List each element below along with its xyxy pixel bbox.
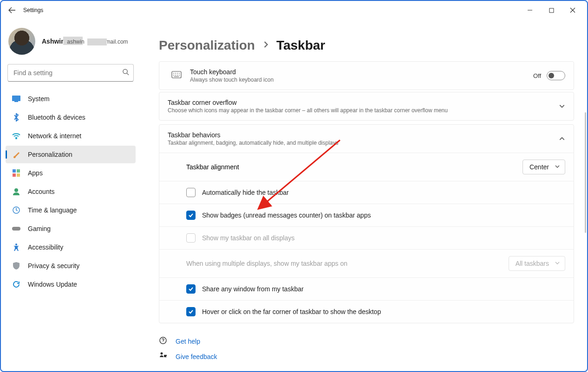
hover-corner-row[interactable]: Hover or click on the far corner of task… bbox=[159, 300, 574, 323]
nav-item-bluetooth[interactable]: Bluetooth & devices bbox=[6, 109, 136, 126]
checkbox-label: Show my taskbar on all displays bbox=[202, 234, 294, 242]
behaviors-header[interactable]: Taskbar behaviors Taskbar alignment, bad… bbox=[159, 125, 574, 153]
checkbox-label: Show badges (unread messages counter) on… bbox=[202, 212, 371, 219]
feedback-icon bbox=[159, 352, 168, 361]
badges-row[interactable]: Show badges (unread messages counter) on… bbox=[159, 204, 574, 226]
svg-rect-7 bbox=[13, 173, 16, 177]
svg-rect-11 bbox=[12, 227, 20, 231]
chevron-right-icon bbox=[262, 41, 269, 50]
svg-point-4 bbox=[16, 138, 17, 139]
titlebar: Settings bbox=[1, 1, 587, 19]
maximize-button[interactable] bbox=[541, 3, 562, 18]
breadcrumb-current: Taskbar bbox=[276, 38, 325, 53]
update-icon bbox=[12, 280, 20, 289]
svg-point-15 bbox=[161, 353, 163, 355]
nav-item-apps[interactable]: Apps bbox=[6, 164, 136, 182]
keyboard-icon bbox=[171, 71, 182, 80]
nav-label: System bbox=[28, 95, 50, 103]
brush-icon bbox=[12, 150, 20, 159]
all-displays-row: Show my taskbar on all displays bbox=[159, 226, 574, 249]
nav-item-personalization[interactable]: Personalization bbox=[6, 146, 136, 163]
chevron-down-icon bbox=[555, 163, 560, 171]
touch-keyboard-toggle[interactable] bbox=[547, 71, 565, 80]
profile-block[interactable]: Ashwin ashwinxxxxxxotmail.com bbox=[6, 26, 136, 61]
shield-icon bbox=[12, 262, 20, 270]
alignment-label: Taskbar alignment bbox=[186, 163, 523, 171]
share-window-checkbox[interactable] bbox=[186, 284, 196, 294]
nav-label: Apps bbox=[28, 169, 43, 177]
nav-label: Privacy & security bbox=[28, 262, 79, 269]
nav-label: Windows Update bbox=[28, 281, 77, 288]
behaviors-section: Taskbar behaviors Taskbar alignment, bad… bbox=[159, 124, 574, 323]
toggle-state-label: Off bbox=[533, 72, 541, 79]
search-input[interactable] bbox=[7, 64, 134, 82]
give-feedback-link[interactable]: Give feedback bbox=[159, 352, 574, 361]
svg-rect-2 bbox=[12, 96, 20, 101]
badges-checkbox[interactable] bbox=[186, 211, 196, 220]
wifi-icon bbox=[12, 132, 20, 140]
nav-item-privacy[interactable]: Privacy & security bbox=[6, 257, 136, 275]
alignment-select[interactable]: Center bbox=[523, 160, 565, 174]
person-icon bbox=[12, 187, 20, 196]
nav-label: Accounts bbox=[28, 188, 55, 195]
back-button[interactable] bbox=[5, 3, 20, 18]
minimize-button[interactable] bbox=[519, 3, 541, 18]
all-displays-checkbox bbox=[186, 233, 196, 243]
footer-links: Get help Give feedback bbox=[159, 336, 574, 361]
gamepad-icon bbox=[12, 224, 20, 233]
nav-label: Personalization bbox=[28, 151, 72, 158]
breadcrumb: Personalization Taskbar bbox=[159, 38, 574, 53]
row-title: Taskbar corner overflow bbox=[168, 99, 550, 106]
multi-display-label: When using multiple displays, show my ta… bbox=[186, 260, 509, 267]
nav-item-accounts[interactable]: Accounts bbox=[6, 183, 136, 200]
breadcrumb-parent[interactable]: Personalization bbox=[159, 38, 255, 53]
link-label: Get help bbox=[176, 338, 200, 345]
nav-label: Bluetooth & devices bbox=[28, 114, 85, 121]
hover-corner-checkbox[interactable] bbox=[186, 307, 196, 316]
bluetooth-icon bbox=[12, 113, 20, 122]
search-box[interactable] bbox=[7, 64, 134, 82]
scrollbar[interactable] bbox=[585, 112, 586, 233]
multi-display-row: When using multiple displays, show my ta… bbox=[159, 249, 574, 277]
svg-rect-3 bbox=[14, 101, 18, 102]
chevron-down-icon bbox=[555, 260, 560, 267]
profile-name: Ashwin bbox=[42, 38, 65, 45]
row-title: Taskbar behaviors bbox=[168, 131, 550, 139]
monitor-icon bbox=[12, 95, 20, 103]
nav-label: Network & internet bbox=[28, 132, 81, 140]
nav-label: Accessibility bbox=[28, 244, 63, 251]
svg-rect-13 bbox=[172, 71, 181, 78]
help-icon bbox=[159, 336, 168, 346]
svg-rect-5 bbox=[13, 169, 16, 173]
avatar bbox=[8, 28, 35, 55]
row-subtitle: Taskbar alignment, badging, automaticall… bbox=[168, 140, 550, 146]
nav-item-gaming[interactable]: Gaming bbox=[6, 220, 136, 237]
svg-point-12 bbox=[15, 244, 17, 245]
nav-item-system[interactable]: System bbox=[6, 90, 136, 108]
search-icon bbox=[122, 69, 129, 77]
overflow-section[interactable]: Taskbar corner overflow Choose which ico… bbox=[159, 92, 574, 121]
main-content: Personalization Taskbar Touch keyboard A… bbox=[140, 19, 587, 371]
window-title: Settings bbox=[23, 7, 43, 13]
nav-item-network[interactable]: Network & internet bbox=[6, 127, 136, 145]
svg-point-1 bbox=[123, 69, 127, 73]
nav-item-update[interactable]: Windows Update bbox=[6, 276, 136, 293]
chevron-down-icon bbox=[559, 103, 565, 109]
svg-rect-6 bbox=[17, 169, 20, 173]
share-window-row[interactable]: Share any window from my taskbar bbox=[159, 277, 574, 300]
nav-item-time-language[interactable]: Time & language bbox=[6, 201, 136, 219]
get-help-link[interactable]: Get help bbox=[159, 336, 574, 346]
auto-hide-row[interactable]: Automatically hide the taskbar bbox=[159, 181, 574, 204]
close-button[interactable] bbox=[562, 3, 583, 18]
nav-item-accessibility[interactable]: Accessibility bbox=[6, 238, 136, 256]
chevron-up-icon bbox=[559, 135, 565, 142]
apps-icon bbox=[12, 169, 20, 177]
globe-clock-icon bbox=[12, 206, 20, 214]
svg-rect-8 bbox=[17, 173, 20, 177]
svg-point-9 bbox=[14, 188, 18, 192]
touch-keyboard-row[interactable]: Touch keyboard Always show touch keyboar… bbox=[159, 61, 574, 90]
row-subtitle: Choose which icons may appear in the tas… bbox=[168, 107, 550, 114]
checkbox-label: Automatically hide the taskbar bbox=[202, 189, 289, 196]
auto-hide-checkbox[interactable] bbox=[186, 188, 196, 197]
multi-display-select: All taskbars bbox=[509, 256, 565, 271]
